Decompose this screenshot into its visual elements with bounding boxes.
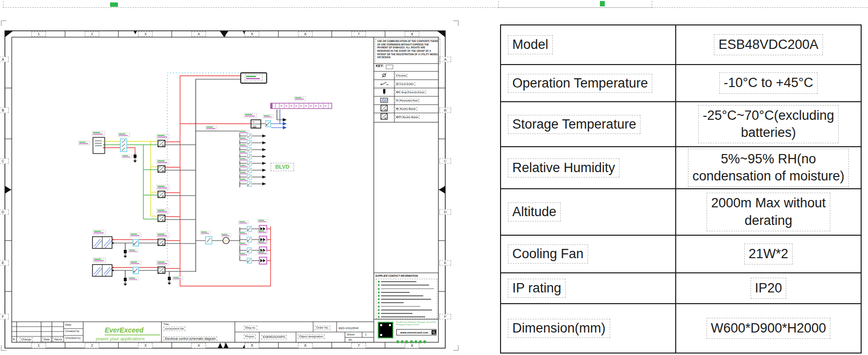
supplier-line: [378, 306, 437, 308]
supplier-line: [378, 281, 437, 283]
supplier-line: [378, 295, 437, 297]
table-row: Cooling Fan 21W*2: [501, 235, 861, 272]
ruler-row: B: [0, 108, 9, 113]
pv-panel-icon: [374, 96, 394, 105]
svg-text:>: >: [290, 104, 292, 108]
supplier-line: [378, 312, 437, 314]
svg-text:>: >: [300, 104, 302, 108]
bullet-icon: [378, 302, 380, 304]
bullet-icon: [378, 281, 380, 283]
supplier-line: [378, 309, 437, 311]
bullet-icon: [378, 309, 380, 311]
mppt-module-icon: [374, 113, 394, 122]
svg-text:>: >: [305, 104, 307, 108]
svg-text:>: >: [280, 104, 282, 108]
ruler-col: 4: [191, 343, 206, 348]
order-no-label: Order No.: [315, 326, 330, 330]
project-label: Project: [244, 334, 256, 339]
spec-value: 5%~95% RH(no condensation of moisture): [688, 149, 849, 187]
page: >>> >>> >>> >: [0, 0, 868, 355]
spec-label: Cooling Fan: [508, 244, 588, 264]
breaker-icon: [374, 80, 394, 89]
spec-label: Storage Temperature: [508, 115, 640, 134]
key-row: X:Terminal: [374, 71, 438, 80]
spec-label: Model: [508, 35, 553, 54]
spec-label: IP rating: [508, 279, 566, 298]
key-row: MPPT: Rectifier Module: [374, 113, 438, 121]
svg-text:>: >: [295, 104, 297, 108]
date-col-label: Date: [42, 337, 51, 342]
key-row: QF:Circuit breaker: [374, 80, 438, 88]
ruler-col: 3: [138, 31, 153, 37]
supplier-line: [378, 298, 437, 300]
ruler-row: E: [439, 260, 451, 266]
ruler-col: 8: [405, 31, 419, 37]
svg-text:>: >: [315, 104, 317, 108]
ruler-col: 4: [191, 31, 206, 37]
supplier-line: [378, 302, 437, 304]
brand-tagline-small: EverExceed | Empower, Energize, Exceed t…: [396, 321, 437, 326]
spec-value: ESB48VDC200A: [714, 34, 822, 55]
sh-label: Sh.: [348, 338, 353, 342]
ruler-col: 7: [351, 343, 366, 348]
spec-label: Relative Humidity: [508, 158, 619, 178]
key-label: PV: Photovoltaic Panel: [394, 99, 419, 102]
ruler-row: D: [439, 209, 451, 215]
search-icon: [432, 330, 436, 334]
table-row: Storage Temperature -25°C~70°C(excluding…: [501, 101, 861, 146]
supplier-contact-block: [376, 279, 437, 319]
spec-label: Dimension(mm): [508, 319, 610, 338]
social-icon: [405, 340, 408, 343]
title-line2: Electrical control schematic diagram: [163, 336, 217, 341]
key-title: KEY:: [376, 64, 384, 67]
ruler-col: 5: [245, 31, 259, 37]
sheet-label: Sheet: [347, 333, 355, 336]
bullet-icon: [378, 288, 380, 290]
sheet-number: 1: [365, 333, 366, 336]
table-row: Model ESB48VDC200A: [501, 25, 861, 64]
bullet-icon: [378, 298, 380, 300]
spec-value: W600*D900*H2000: [707, 318, 831, 339]
table-row: Operation Temperature -10°C to +45°C: [501, 64, 861, 101]
ruler-row: C: [439, 158, 451, 164]
key-label: X:Terminal: [394, 74, 408, 77]
website-url: www.everexceed.com: [397, 331, 432, 334]
social-icon: [401, 340, 404, 343]
brand-contact-box: EverExceed | Empower, Energize, Exceed t…: [375, 320, 438, 342]
supplier-line: [378, 316, 437, 318]
bullet-icon: [378, 306, 380, 308]
ruler-col: 1: [31, 31, 46, 37]
spec-value: -10°C to +45°C: [719, 72, 818, 93]
dwg-no-label: Dwg no.: [244, 326, 257, 330]
bullet-icon: [378, 316, 380, 318]
key-row: RE: Rectifier Module: [374, 105, 438, 113]
social-icon: [414, 340, 417, 343]
key-label: MPPT: Rectifier Module: [394, 115, 420, 119]
change-label: Change: [20, 337, 33, 342]
svg-text:>: >: [310, 104, 312, 108]
table-row: IP rating IP20: [501, 272, 861, 303]
social-icon: [419, 340, 422, 343]
ruler-col: 7: [351, 31, 366, 37]
supplier-line: [378, 291, 437, 293]
website-box: www.everexceed.com: [396, 329, 436, 335]
spec-label: Operation Temperature: [508, 74, 652, 93]
rectifier-module-icon: [374, 105, 394, 113]
ruler-row: E: [0, 260, 9, 266]
bullet-icon: [378, 295, 380, 297]
top-caption-remnant-right: [498, 0, 868, 8]
social-icon: [410, 340, 413, 343]
spec-value: IP20: [751, 278, 787, 299]
object-designation-label: Object designation: [297, 334, 325, 339]
date-row-label: Date: [65, 323, 71, 327]
ruler-col: 3: [138, 343, 153, 348]
ruler-col: 6: [298, 343, 313, 348]
ruler-col: 6: [298, 31, 313, 37]
checked-by-label: Checked by: [65, 336, 81, 340]
key-row: PV: Photovoltaic Panel: [374, 96, 438, 105]
social-icon: [396, 340, 399, 343]
ruler-col: 2: [85, 343, 99, 348]
brand-tagline: power your applications: [96, 336, 145, 341]
spec-value: -25°C~70°C(excluding batteries): [698, 105, 838, 143]
project-value: ESB48200AMPS: [261, 335, 287, 339]
